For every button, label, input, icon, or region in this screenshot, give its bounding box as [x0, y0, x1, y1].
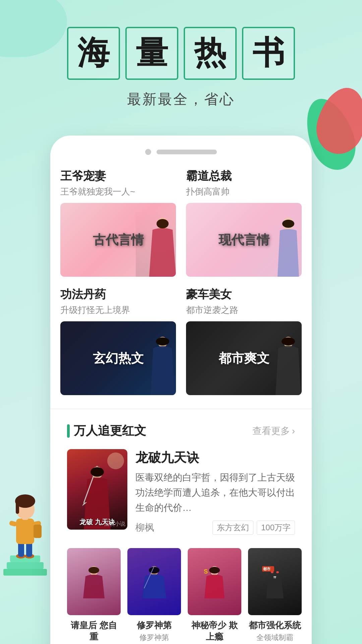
featured-book[interactable]: 龙破 九天诀 仙侠小说 龙破九天诀 医毒双绝的白宇哲，因得到了上古天级功法绝学而… — [67, 449, 295, 535]
book-card-fantasy[interactable]: 功法丹药 升级打怪无上境界 玄幻热文 — [60, 287, 176, 395]
card-title-1: 王爷宠妻 — [60, 168, 176, 184]
hero-char-1: 海 — [67, 27, 120, 80]
small-book-3[interactable]: S 神秘帝少 欺上瘾 神秘帝少欺上... — [188, 548, 241, 644]
see-more-button[interactable]: 查看更多 › — [252, 425, 295, 437]
hero-char-4: 书 — [242, 27, 295, 80]
svg-rect-7 — [16, 519, 34, 544]
hero-title: 海 量 热 书 — [20, 27, 342, 80]
card-title-4: 豪车美女 — [186, 287, 302, 302]
svg-point-37 — [276, 571, 279, 573]
svg-rect-6 — [26, 542, 32, 557]
svg-text:都市: 都市 — [263, 567, 271, 571]
cover-modern: 现代言情 — [186, 203, 302, 277]
featured-cover: 龙破 九天诀 仙侠小说 — [67, 449, 127, 530]
notch-bar — [157, 150, 217, 154]
svg-point-20 — [156, 337, 169, 345]
notch-dot — [145, 149, 151, 155]
phone-mockup: 王爷宠妻 王爷就独宠我一人~ 古代言情 霸道总裁 扑倒高富帅 现代言情 — [50, 136, 312, 644]
cover-label-4: 都市爽文 — [219, 350, 269, 367]
small-title-1: 请皇后 您自重 — [67, 620, 121, 643]
small-books-grid: 请皇后 您自重 撩人：皇... 修罗神第 修罗神第 — [67, 548, 295, 644]
small-cover-4: 都市 — [248, 548, 302, 615]
svg-point-18 — [282, 220, 294, 228]
chevron-right-icon: › — [292, 426, 295, 436]
section-divider — [50, 409, 312, 409]
svg-rect-5 — [18, 542, 24, 557]
svg-rect-1 — [7, 562, 44, 569]
hot-section-title: 万人追更红文 — [67, 423, 146, 439]
tag-wordcount: 100万字 — [257, 521, 295, 535]
hero-section: 海 量 热 书 最新最全，省心 — [0, 0, 362, 122]
cover-label-2: 现代言情 — [219, 231, 269, 249]
svg-rect-13 — [16, 502, 19, 514]
title-bar-icon — [67, 424, 70, 438]
hot-section: 万人追更红文 查看更多 › 龙破 九天诀 — [60, 423, 302, 644]
card-sub-1: 王爷就独宠我一人~ — [60, 186, 176, 198]
card-sub-2: 扑倒高富帅 — [186, 186, 302, 198]
cover-fantasy: 玄幻热文 — [60, 321, 176, 395]
small-cover-2 — [127, 548, 181, 615]
card-title-3: 功法丹药 — [60, 287, 176, 302]
cover-ancient: 古代言情 — [60, 203, 176, 277]
hot-section-header: 万人追更红文 查看更多 › — [67, 423, 295, 439]
cover-city: 都市爽文 — [186, 321, 302, 395]
svg-point-16 — [157, 219, 169, 228]
card-sub-4: 都市逆袭之路 — [186, 304, 302, 316]
book-card-modern[interactable]: 霸道总裁 扑倒高富帅 现代言情 — [186, 168, 302, 277]
small-book-1[interactable]: 请皇后 您自重 撩人：皇... — [67, 548, 121, 644]
small-cover-3: S — [188, 548, 241, 615]
small-book-2[interactable]: 修罗神第 修罗神第 — [127, 548, 181, 644]
small-sub-2: 修罗神第 — [139, 633, 169, 643]
cover-label-1: 古代言情 — [93, 231, 144, 249]
book-card-ancient[interactable]: 王爷宠妻 王爷就独宠我一人~ 古代言情 — [60, 168, 176, 277]
hero-char-3: 热 — [184, 27, 237, 80]
svg-point-28 — [88, 567, 99, 574]
svg-point-26 — [90, 467, 104, 477]
hero-subtitle: 最新最全，省心 — [20, 90, 342, 109]
card-sub-3: 升级打怪无上境界 — [60, 304, 176, 316]
featured-info: 龙破九天诀 医毒双绝的白宇哲，因得到了上古天级功法绝学而遭人追杀，在他大哥以付出… — [135, 449, 295, 535]
card-title-2: 霸道总裁 — [186, 168, 302, 184]
small-cover-1 — [67, 548, 121, 615]
book-card-city[interactable]: 豪车美女 都市逆袭之路 都市爽文 — [186, 287, 302, 395]
featured-tags: 东方玄幻 100万字 — [213, 521, 295, 535]
svg-point-22 — [282, 337, 295, 345]
svg-rect-14 — [34, 525, 42, 538]
see-more-label: 查看更多 — [252, 425, 290, 437]
svg-text:S: S — [204, 568, 208, 575]
svg-point-30 — [149, 567, 160, 574]
featured-title: 龙破九天诀 — [135, 449, 295, 466]
featured-author: 柳枫 — [135, 521, 154, 534]
featured-description: 医毒双绝的白宇哲，因得到了上古天级功法绝学而遭人追杀，在他大哥以付出生命的代价… — [135, 470, 295, 515]
small-title-3: 神秘帝少 欺上瘾 — [188, 620, 241, 643]
small-title-2: 修罗神第 — [137, 620, 172, 631]
tag-genre: 东方玄幻 — [213, 521, 253, 535]
svg-rect-0 — [3, 569, 47, 576]
small-sub-4: 全领域制霸 — [256, 633, 293, 643]
decorative-person — [3, 482, 47, 584]
cover-label-3: 玄幻热文 — [93, 350, 144, 367]
hero-char-2: 量 — [125, 27, 178, 80]
hot-title-text: 万人追更红文 — [74, 423, 146, 439]
svg-rect-8 — [9, 520, 17, 527]
small-book-4[interactable]: 都市 都市强化系统 全领域制霸 — [248, 548, 302, 644]
small-title-4: 都市强化系统 — [249, 620, 301, 631]
book-category-grid: 王爷宠妻 王爷就独宠我一人~ 古代言情 霸道总裁 扑倒高富帅 现代言情 — [60, 168, 302, 395]
featured-meta: 柳枫 东方玄幻 100万字 — [135, 521, 295, 535]
phone-notch — [60, 149, 302, 155]
svg-point-33 — [209, 567, 220, 574]
